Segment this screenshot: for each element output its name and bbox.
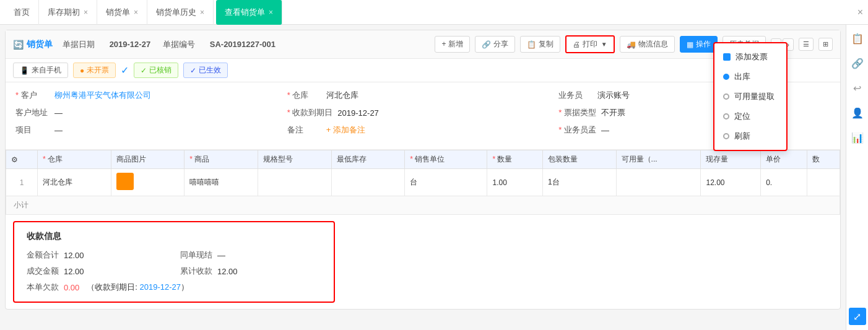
row-qty: 1.00 [487,169,542,196]
row-spec [258,169,331,196]
subtotal-label: 小计 [6,196,840,215]
tab-inventory-init[interactable]: 库存期初 × [39,0,97,25]
same-order-value: — [217,251,225,260]
already-effect-badge: ✓ 已生效 [183,63,228,78]
sales-manager-value: — [601,126,609,135]
dropdown-item-locate[interactable]: 定位 [714,106,786,126]
dropdown-item-avail[interactable]: 可用量提取 [714,87,786,106]
doc-type-icon: 🔄 [13,40,24,50]
col-current: 现存量 [701,150,761,169]
col-more: 数 [807,150,840,169]
tab-sales-order[interactable]: 销货单 × [97,0,147,25]
dropdown-item-invoice[interactable]: 添加发票 [714,47,786,67]
refresh-dot [723,133,729,139]
already-checked-badge: ✓ 已核销 [134,63,178,78]
sidebar-icon-4[interactable]: 👤 [849,104,866,121]
locate-dot [723,113,729,119]
col-pkg-qty: 包装数量 [542,150,616,169]
address-value: — [54,108,63,118]
tab-bar-close[interactable]: × [857,7,863,18]
sidebar-icon-1[interactable]: 📋 [849,30,866,47]
invoice-icon [723,53,731,61]
col-price: 单价 [761,150,807,169]
cumulative-field: 累计收款 12.00 [180,266,321,277]
remark-field: 备注 + 添加备注 [287,124,559,136]
copy-button[interactable]: 📋 复制 [520,36,560,53]
tab-close-history[interactable]: × [200,8,204,17]
from-mobile-btn[interactable]: 📱 来自手机 [13,63,68,78]
add-remark-btn[interactable]: + 添加备注 [326,124,365,136]
product-image [116,173,134,190]
new-button[interactable]: + 新增 [435,36,469,53]
share-button[interactable]: 🔗 分享 [475,36,515,53]
ticket-type-value: 不开票 [601,107,625,118]
sidebar-icon-5[interactable]: 📊 [849,129,866,146]
row-unit: 台 [405,169,487,196]
row-avail [616,169,701,196]
col-min-stock: 最低库存 [331,150,405,169]
row-price: 0. [761,169,807,196]
warehouse-value: 河北仓库 [326,90,358,101]
dropdown-menu: 添加发票 出库 可用量提取 定位 刷新 [713,42,788,151]
col-product-img: 商品图片 [111,150,184,169]
dropdown-item-refresh[interactable]: 刷新 [714,126,786,146]
warehouse-field: 仓库 河北仓库 [287,90,559,101]
logistics-button[interactable]: 🚚 物流信息 [620,36,675,53]
tab-close-inventory[interactable]: × [84,8,88,17]
col-avail: 可用量（... [616,150,701,169]
customer-value[interactable]: 柳州粤港平安气体有限公司 [54,90,151,101]
subtotal-row: 小计 [6,196,840,215]
row-current: 12.00 [701,169,761,196]
address-field: 客户地址 — [15,107,287,118]
doc-title: 🔄 销货单 [13,39,53,50]
doc-meta: 单据日期 2019-12-27 单据编号 SA-20191227-001 [63,39,288,50]
sales-manager-field: 业务员孟 — [558,124,830,136]
row-extra [807,169,840,196]
col-warehouse: 仓库 [38,150,111,169]
row-product: 嘻嘻嘻嘻 [184,169,258,196]
col-unit: 销售单位 [405,150,487,169]
ticket-type-field: 票据类型 不开票 [558,107,830,118]
salesperson-field: 业务员 演示账号 [558,90,830,101]
payment-section: 收款信息 金额合计 12.00 同单现结 — 成交金额 12.00 [13,221,335,303]
col-qty: 数量 [487,150,542,169]
current-due-value: 0.00 [64,283,79,292]
row-min-stock [331,169,405,196]
row-warehouse: 河北仓库 [38,169,111,196]
tab-home[interactable]: 首页 [5,0,39,25]
dropdown-item-outbound[interactable]: 出库 [714,67,786,87]
avail-dot [723,93,729,100]
row-num: 1 [6,169,38,196]
same-order-field: 同单现结 — [180,250,321,261]
deal-amount-field: 成交金额 12.00 [27,266,168,277]
salesperson-value: 演示账号 [597,90,630,101]
table-wrap: ⚙ 仓库 商品图片 商品 规格型号 最低库存 销售单位 数量 包装数量 可用量（… [6,150,840,215]
print-button[interactable]: 🖨 打印 ▼ [565,35,615,53]
sidebar-icon-2[interactable]: 🔗 [849,54,866,72]
sidebar-icon-3[interactable]: ↩ [849,79,866,97]
tab-close-view[interactable]: × [269,8,273,17]
right-sidebar: 📋 🔗 ↩ 👤 📊 ⤢ [846,25,868,330]
amount-total-value: 12.00 [64,251,84,260]
payment-title: 收款信息 [27,231,321,242]
due-date-value: 2019-12-27 [337,108,379,118]
project-value: — [54,126,63,135]
due-date-field: 收款到期日 2019-12-27 [287,107,559,118]
sidebar-icon-expand[interactable]: ⤢ [849,308,866,325]
not-open-ticket-btn[interactable]: ● 未开票 [73,63,116,78]
col-settings[interactable]: ⚙ [6,150,38,169]
operation-button[interactable]: ▦ 操作 [680,36,718,53]
tab-view-sales[interactable]: 查看销货单 × [216,0,282,25]
tab-close-sales[interactable]: × [134,8,138,17]
amount-total-field: 金额合计 12.00 [27,250,168,261]
table-row: 1 河北仓库 嘻嘻嘻嘻 台 1.00 1台 12 [6,169,840,196]
project-field: 项目 — [15,124,287,136]
customer-field: 客户 柳州粤港平安气体有限公司 [15,90,287,101]
layout-button1[interactable]: ☰ [799,38,814,51]
row-pkg-qty: 1台 [542,169,616,196]
check-icon: ✓ [121,64,129,76]
tab-sales-history[interactable]: 销货单历史 × [147,0,214,25]
tab-bar: 首页 库存期初 × 销货单 × 销货单历史 × 查看销货单 × × [0,0,868,25]
col-product: 商品 [184,150,258,169]
layout-button2[interactable]: ⊞ [818,38,833,51]
